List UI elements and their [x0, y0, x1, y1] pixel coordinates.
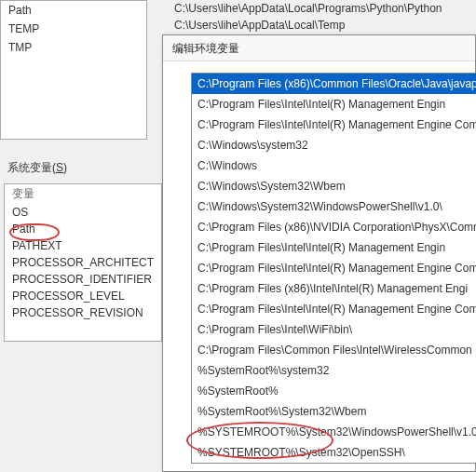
path-item[interactable]: %SystemRoot%	[192, 381, 476, 401]
list-item[interactable]: PATHEXT	[5, 237, 161, 254]
path-item[interactable]: C:\Windows	[192, 155, 476, 176]
path-item[interactable]: C:\Windows\system32	[192, 135, 476, 155]
label-suffix: )	[63, 161, 67, 174]
path-item[interactable]: %SystemRoot%\system32	[192, 360, 476, 381]
list-item[interactable]: TMP	[1, 38, 146, 57]
dialog-title[interactable]: 编辑环境变量	[163, 35, 475, 61]
path-item[interactable]: C:\Program Files\Intel\Intel(R) Manageme…	[192, 237, 476, 258]
path-list[interactable]: C:\Program Files (x86)\Common Files\Orac…	[191, 73, 476, 464]
system-vars-label: 系统变量(S)	[4, 158, 162, 178]
path-item[interactable]: %SYSTEMROOT%\System32\WindowsPowerShell\…	[192, 422, 476, 442]
path-item[interactable]: C:\Program Files\Common Files\Intel\Wire…	[192, 340, 476, 360]
list-item[interactable]: PROCESSOR_LEVEL	[5, 288, 161, 304]
list-item[interactable]: PROCESSOR_REVISION	[5, 304, 161, 321]
path-item[interactable]: C:\Windows\System32\WindowsPowerShell\v1…	[192, 196, 476, 217]
value-line: C:\Users\lihe\AppData\Local\Temp	[174, 17, 476, 34]
path-item[interactable]: C:\Program Files (x86)\Common Files\Orac…	[192, 74, 476, 94]
system-vars-list[interactable]: 变量 OS Path PATHEXT PROCESSOR_ARCHITECT P…	[4, 183, 162, 342]
path-item[interactable]: C:\Program Files (x86)\NVIDIA Corporatio…	[192, 217, 476, 237]
path-item[interactable]: C:\Program Files\Intel\Intel(R) Manageme…	[192, 115, 476, 135]
path-item[interactable]: C:\Program Files\Intel\Intel(R) Manageme…	[192, 299, 476, 319]
path-item[interactable]: C:\Program Files (x86)\Intel\Intel(R) Ma…	[192, 278, 476, 299]
path-item[interactable]: %JAVA_HOME%\bin	[192, 463, 476, 464]
system-vars-group: 系统变量(S) 变量 OS Path PATHEXT PROCESSOR_ARC…	[4, 158, 162, 342]
edit-env-dialog: 编辑环境变量 C:\Program Files (x86)\Common Fil…	[162, 34, 476, 472]
label-hotkey: S	[56, 161, 63, 174]
path-item[interactable]: C:\Program Files\Intel\WiFi\bin\	[192, 319, 476, 340]
list-item[interactable]: TEMP	[1, 20, 146, 38]
list-item[interactable]: PROCESSOR_ARCHITECT	[5, 254, 161, 271]
value-line: C:\Users\lihe\AppData\Local\Programs\Pyt…	[174, 0, 476, 17]
path-item[interactable]: C:\Program Files\Intel\Intel(R) Manageme…	[192, 94, 476, 115]
user-var-values: C:\Users\lihe\AppData\Local\Programs\Pyt…	[174, 0, 476, 34]
list-item[interactable]: Path	[1, 1, 146, 20]
list-item[interactable]: Path	[5, 221, 161, 237]
list-item[interactable]: PROCESSOR_IDENTIFIER	[5, 271, 161, 288]
path-item[interactable]: %SYSTEMROOT%\System32\OpenSSH\	[192, 442, 476, 463]
user-vars-list[interactable]: Path TEMP TMP	[0, 0, 147, 140]
column-header: 变量	[5, 184, 161, 204]
path-item[interactable]: C:\Program Files\Intel\Intel(R) Manageme…	[192, 258, 476, 278]
list-item[interactable]: OS	[5, 204, 161, 221]
path-item[interactable]: C:\Windows\System32\Wbem	[192, 176, 476, 196]
path-item[interactable]: %SystemRoot%\System32\Wbem	[192, 401, 476, 422]
label-prefix: 系统变量(	[7, 161, 56, 174]
